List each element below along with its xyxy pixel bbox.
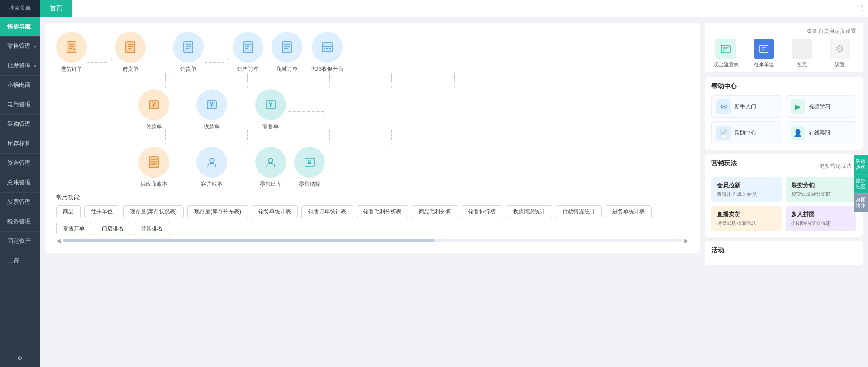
- sidebar-item-finance[interactable]: 资金管理: [0, 154, 40, 173]
- sidebar-item-inventory[interactable]: 库存核算: [0, 134, 40, 154]
- mkt-member-sub: 吸引用户成为会员: [717, 191, 777, 198]
- func-btn-retail-order[interactable]: 零售开单: [56, 222, 91, 235]
- purchase-order-icon[interactable]: [56, 32, 87, 63]
- sidebar-item-salary[interactable]: 工资: [0, 251, 40, 270]
- node-payment[interactable]: ¥ 付款单: [138, 89, 169, 130]
- sidebar-item-tax[interactable]: 税务管理: [0, 212, 40, 232]
- sidebar-settings[interactable]: ⚙: [0, 349, 40, 367]
- sidebar-item-retail-mgmt[interactable]: 零售管理 ▾: [0, 37, 40, 56]
- qa-settings[interactable]: ⚙ 设置: [825, 39, 854, 68]
- v-line-retail: [329, 73, 330, 82]
- node-retail-settlement[interactable]: ¥ 零售结算: [294, 147, 325, 188]
- payment-label: 付款单: [146, 123, 162, 130]
- retail-outbound-icon[interactable]: [255, 147, 286, 178]
- customize-settings[interactable]: ⚙ ⚙ 首页自定义设置: [711, 27, 856, 35]
- sidebar-item-fixed-assets[interactable]: 固定资产: [0, 232, 40, 251]
- right-panel: ⚙ ⚙ 首页自定义设置 现金流量表 往来单位: [705, 17, 868, 367]
- scroll-right-icon[interactable]: ▶: [684, 237, 689, 244]
- float-service-community[interactable]: 服务社区: [854, 174, 868, 193]
- help-center-item[interactable]: 📄 帮助中心: [711, 121, 782, 144]
- func-btn-sales-stat[interactable]: 销货单统计表: [252, 205, 298, 218]
- sidebar-item-label: 税务管理: [7, 217, 31, 226]
- sidebar-item-quick-nav[interactable]: 快捷导航: [0, 17, 40, 37]
- qa-counterparty[interactable]: 往来单位: [749, 39, 778, 68]
- node-purchase-order[interactable]: 进货订单: [56, 32, 87, 73]
- sidebar-item-ecom-mgmt[interactable]: 电商管理: [0, 95, 40, 115]
- float-desktop-shortcut[interactable]: 桌面快捷: [854, 193, 868, 212]
- func-btn-payment-stat[interactable]: 付款情况统计: [556, 205, 602, 218]
- mkt-group[interactable]: 多人拼团 拼团购物享受优惠: [786, 206, 856, 231]
- func-btn-inventory-status[interactable]: 现存量(库存状况表): [123, 205, 184, 218]
- mall-order-icon[interactable]: [272, 32, 302, 63]
- scroll-track[interactable]: [63, 239, 682, 242]
- arrow-down-icon8: ↓: [328, 140, 331, 147]
- supplier-account-label: 供应商账本: [140, 180, 167, 188]
- svg-text:¥: ¥: [269, 101, 272, 108]
- pos-icon[interactable]: [312, 32, 343, 63]
- node-supplier-account[interactable]: 供应商账本: [138, 147, 169, 188]
- qa-empty[interactable]: 暂无: [787, 39, 816, 68]
- func-btn-sales-profit[interactable]: 销售毛利分析表: [357, 205, 408, 218]
- fullscreen-button[interactable]: ⛶: [856, 5, 863, 12]
- sidebar-item-purchase-mgmt[interactable]: 采购管理: [0, 115, 40, 134]
- mkt-live-sub: 场景式购物新玩法: [717, 220, 777, 227]
- node-retail-order[interactable]: ¥ 零售单: [255, 89, 286, 130]
- arrow-down-icon4: ↓: [391, 82, 394, 89]
- svg-rect-19: [322, 43, 332, 52]
- scroll-left-icon[interactable]: ◀: [56, 237, 61, 244]
- sidebar-item-invoice[interactable]: 发票管理: [0, 193, 40, 212]
- func-btn-counterparty[interactable]: 往来单位: [84, 205, 119, 218]
- svg-text:¥: ¥: [152, 101, 156, 108]
- sidebar-search[interactable]: 搜索菜单: [0, 0, 40, 17]
- float-service-hotline[interactable]: 客服热线: [854, 155, 868, 174]
- v-line-payment: [165, 73, 166, 82]
- func-btn-product[interactable]: 商品: [56, 205, 81, 218]
- supplier-account-icon[interactable]: [138, 147, 169, 178]
- retail-order-icon[interactable]: ¥: [255, 89, 286, 120]
- func-btn-receipt-stat[interactable]: 收款情况统计: [506, 205, 552, 218]
- node-retail-outbound[interactable]: 零售出库: [255, 147, 286, 188]
- receipt-icon[interactable]: ¥: [196, 89, 227, 120]
- gear-icon2: ⚙: [807, 28, 812, 34]
- customer-account-icon[interactable]: [196, 147, 227, 178]
- mkt-live[interactable]: 直播卖货 场景式购物新玩法: [711, 206, 782, 231]
- retail-outbound-label: 零售出库: [260, 180, 281, 188]
- activity-title: 活动: [711, 246, 856, 255]
- node-mall-order[interactable]: 商城订单: [272, 32, 302, 73]
- node-sales-bill[interactable]: 销货单: [173, 32, 204, 73]
- retail-order-group: ¥ 零售单 ←: [255, 89, 392, 130]
- help-beginner[interactable]: ✉ 新手入门: [711, 95, 782, 118]
- func-btn-guide-rank[interactable]: 导购排名: [134, 222, 169, 235]
- func-btn-product-profit[interactable]: 商品毛利分析: [412, 205, 458, 218]
- svg-rect-7: [184, 42, 193, 53]
- more-marketing-link[interactable]: 更多营销玩法 >: [819, 162, 856, 170]
- help-online-service[interactable]: 👤 在线客服: [786, 121, 856, 144]
- node-receipt[interactable]: ¥ 收款单: [196, 89, 227, 130]
- v-line-mall: [391, 73, 392, 82]
- retail-settlement-icon[interactable]: ¥: [294, 147, 325, 178]
- node-pos[interactable]: POS收银开台: [310, 32, 343, 73]
- payment-icon[interactable]: ¥: [138, 89, 169, 120]
- sidebar-item-xiaochangec[interactable]: 小畅电商: [0, 76, 40, 95]
- help-video[interactable]: ▶ 视频学习: [786, 95, 856, 118]
- qa-cash-flow[interactable]: 现金流量表: [711, 39, 740, 68]
- purchase-bill-icon[interactable]: [115, 32, 146, 63]
- node-customer-account[interactable]: 客户账本: [196, 147, 227, 188]
- node-sales-order[interactable]: 销售订单: [233, 32, 263, 73]
- sidebar-item-wholesale-mgmt[interactable]: 批发管理 ▾: [0, 56, 40, 76]
- tab-home[interactable]: 首页: [40, 0, 72, 17]
- func-btn-sales-order-stat[interactable]: 销售订单统计表: [301, 205, 353, 218]
- sidebar-item-general-ledger[interactable]: 总账管理: [0, 173, 40, 193]
- sales-order-icon[interactable]: [233, 32, 263, 63]
- mkt-member[interactable]: 会员拉新 吸引用户成为会员: [711, 177, 782, 202]
- func-btn-store-rank[interactable]: 门店排名: [95, 222, 130, 235]
- svg-rect-43: [760, 45, 768, 53]
- func-btn-sales-rank[interactable]: 销售排行榜: [462, 205, 502, 218]
- func-btn-inventory-dist[interactable]: 现存量(库存分布表): [187, 205, 248, 218]
- sales-bill-icon[interactable]: [173, 32, 204, 63]
- node-purchase-bill[interactable]: 进货单: [115, 32, 146, 73]
- marketing-section: 营销玩法 更多营销玩法 > 会员拉新 吸引用户成为会员 裂变分销 裂变式发展分销…: [705, 154, 863, 237]
- func-btn-purchase-stat[interactable]: 进货单统计表: [606, 205, 652, 218]
- flow-diagram: 进货订单 → 进货单: [56, 32, 689, 188]
- mkt-fission[interactable]: 裂变分销 裂变式发展分销商: [786, 177, 856, 202]
